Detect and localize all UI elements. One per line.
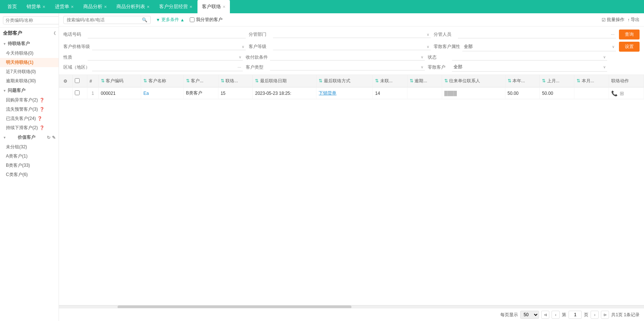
my-customers-checkbox[interactable] xyxy=(190,17,195,22)
help-icon-declining[interactable]: ❓ xyxy=(39,125,45,130)
nav-customer-contact-close[interactable]: ✕ xyxy=(223,5,225,9)
sidebar-collapse-icon: 《 xyxy=(52,31,56,36)
row-action-grid-icon[interactable]: ⊞ xyxy=(620,90,624,96)
col-last-method-header[interactable]: ⇅ 最后联络方式 xyxy=(316,75,373,87)
sidebar-item-tomorrow[interactable]: 明天待联络(1) xyxy=(0,58,59,67)
filter-region-select[interactable]: ··· xyxy=(92,63,243,71)
sidebar-item-churned[interactable]: 已流失客户(24) ❓ xyxy=(0,114,59,123)
sidebar-value-edit-icon[interactable]: ✎ xyxy=(52,135,56,140)
filter-nature-label: 性质 xyxy=(63,54,85,61)
sidebar-search-input[interactable] xyxy=(3,16,59,24)
col-type-header[interactable]: ⇅ 客户... xyxy=(183,75,218,87)
page-input[interactable] xyxy=(568,311,582,319)
nav-sales-close[interactable]: ✕ xyxy=(42,5,45,9)
row-action-phone-icon[interactable]: 📞 xyxy=(611,90,617,96)
per-page-select[interactable]: 50 100 200 xyxy=(520,311,539,319)
query-button[interactable]: 查询 xyxy=(619,30,640,39)
sidebar-item-churn-risk-label: 流失预警客户(3) xyxy=(6,106,38,113)
nav-home-label: 首页 xyxy=(7,3,17,10)
filter-payment-select[interactable]: ∨ xyxy=(270,54,425,61)
export-btn[interactable]: ↑ 导出 xyxy=(627,17,640,23)
nav-customer-contact[interactable]: 客户联络 ✕ xyxy=(197,0,230,13)
filter-status-chevron: ∨ xyxy=(603,55,606,59)
filter-phone: 电话号码 xyxy=(63,31,246,38)
col-settings-header[interactable]: ⚙ xyxy=(59,75,72,87)
col-checkbox-header[interactable] xyxy=(72,75,87,87)
filter-region-dots[interactable]: ··· xyxy=(238,65,241,70)
help-icon-repurchase[interactable]: ❓ xyxy=(39,98,45,103)
filter-customer-level-select[interactable]: ∨ xyxy=(273,44,431,50)
settings-icon[interactable]: ⚙ xyxy=(63,79,67,84)
select-all-checkbox[interactable] xyxy=(75,78,80,83)
filter-retail-customer-select[interactable]: 全部 ∨ xyxy=(452,63,607,72)
my-customers-checkbox-label[interactable]: 我分管的客户 xyxy=(190,17,223,23)
sidebar-item-churn-risk[interactable]: 流失预警客户(3) ❓ xyxy=(0,105,59,114)
nav-analysis[interactable]: 商品分析 ✕ xyxy=(79,0,111,13)
nav-purchase[interactable]: 进货单 ✕ xyxy=(50,0,78,13)
filter-manager-select[interactable]: ··· xyxy=(458,31,616,38)
more-filters-btn[interactable]: ▼ 更多条件 ▲ xyxy=(154,15,187,24)
filter-manager-dots[interactable]: ··· xyxy=(611,32,615,37)
sidebar-item-class-c[interactable]: C类客户(6) xyxy=(0,170,59,179)
row-last-month: 50.00 xyxy=(540,87,574,99)
nav-analysis-list-close[interactable]: ✕ xyxy=(147,5,150,9)
col-contacts-header[interactable]: ⇅ 联络... xyxy=(218,75,253,87)
horizontal-scrollbar[interactable] xyxy=(59,305,644,308)
sidebar-item-week[interactable]: 近7天待联络(0) xyxy=(0,67,59,76)
filter-price-level-select[interactable]: ∨ xyxy=(92,44,246,50)
sidebar-item-today[interactable]: 今天待联络(0) xyxy=(0,49,59,58)
sidebar-item-unsorted[interactable]: 未分组(32) xyxy=(0,142,59,152)
row-checkbox-cell[interactable] xyxy=(72,87,87,99)
nav-home[interactable]: 首页 xyxy=(3,0,21,13)
col-this-month-header[interactable]: ⇅ 本月... xyxy=(574,75,609,87)
sidebar-item-declining[interactable]: 持续下滑客户(2) ❓ xyxy=(0,123,59,132)
next-page-btn[interactable]: › xyxy=(591,311,599,319)
filter-status-select[interactable]: ∨ xyxy=(452,54,607,61)
search-input[interactable] xyxy=(67,17,140,23)
settings-btn-group: 设置 xyxy=(619,42,640,52)
row-checkbox[interactable] xyxy=(75,90,80,95)
nav-customer-segment-close[interactable]: ✕ xyxy=(189,5,192,9)
col-unit-contact-header[interactable]: ⇅ 往来单位联系人 xyxy=(442,75,505,87)
col-no-contact-header[interactable]: ⇅ 未联... xyxy=(373,75,407,87)
filter-nature-select[interactable]: ∨ xyxy=(88,54,243,61)
row-name[interactable]: Ea xyxy=(141,87,184,99)
col-name-header[interactable]: ⇅ 客户名称 xyxy=(141,75,184,87)
sidebar-item-class-a[interactable]: A类客户(1) xyxy=(0,152,59,161)
filter-phone-input[interactable] xyxy=(88,31,246,38)
last-page-btn[interactable]: ⊳ xyxy=(601,311,609,319)
sidebar-item-overdue-contact[interactable]: 逾期未联络(30) xyxy=(0,76,59,86)
first-page-btn[interactable]: ⊲ xyxy=(541,311,549,319)
nav-customer-segment-label: 客户分层经营 xyxy=(159,3,188,10)
sidebar-item-repurchase-abnormal[interactable]: 回购异常客户(2) ❓ xyxy=(0,96,59,105)
settings-button[interactable]: 设置 xyxy=(619,42,640,52)
prev-page-btn[interactable]: ‹ xyxy=(552,311,560,319)
sidebar-item-today-label: 今天待联络(0) xyxy=(6,50,34,56)
search-icon[interactable]: 🔍 xyxy=(142,17,147,23)
col-last-date-header[interactable]: ⇅ 最后联络日期 xyxy=(253,75,316,87)
batch-operation-btn[interactable]: ☑ 批量操作 xyxy=(602,17,624,23)
col-overdue-header[interactable]: ⇅ 逾期... xyxy=(407,75,442,87)
filter-customer-type-select[interactable]: ∨ xyxy=(270,64,425,70)
filter-retail-attr-select[interactable]: 全部 ∨ xyxy=(462,42,616,51)
sidebar-item-class-b-label: B类客户(33) xyxy=(6,162,30,169)
help-icon-churned[interactable]: ❓ xyxy=(37,116,42,121)
nav-sales[interactable]: 销货单 ✕ xyxy=(22,0,50,13)
sidebar-item-class-b[interactable]: B类客户(33) xyxy=(0,161,59,170)
row-contacts: 15 xyxy=(218,87,253,99)
help-icon-churn-risk[interactable]: ❓ xyxy=(39,107,45,112)
nav-customer-segment[interactable]: 客户分层经营 ✕ xyxy=(155,0,197,13)
nav-analysis-list[interactable]: 商品分析列表 ✕ xyxy=(112,0,154,13)
filter-dept-select[interactable]: ∨ xyxy=(273,31,431,38)
col-this-year-header[interactable]: ⇅ 本年... xyxy=(505,75,540,87)
batch-icon: ☑ xyxy=(602,17,606,23)
nav-analysis-close[interactable]: ✕ xyxy=(104,5,107,9)
sidebar-all-customers-label: 全部客户 xyxy=(3,30,22,37)
sidebar-value-refresh-icon[interactable]: ↻ xyxy=(47,135,50,140)
col-code-header[interactable]: ⇅ 客户编码 xyxy=(98,75,141,87)
sidebar-all-customers[interactable]: 全部客户 《 xyxy=(0,28,59,39)
row-last-method[interactable]: 下销货单 xyxy=(316,87,373,99)
nav-purchase-close[interactable]: ✕ xyxy=(71,5,74,9)
sidebar-section-value-label: 价值客户 xyxy=(18,134,35,141)
col-last-month-header[interactable]: ⇅ 上月... xyxy=(540,75,574,87)
